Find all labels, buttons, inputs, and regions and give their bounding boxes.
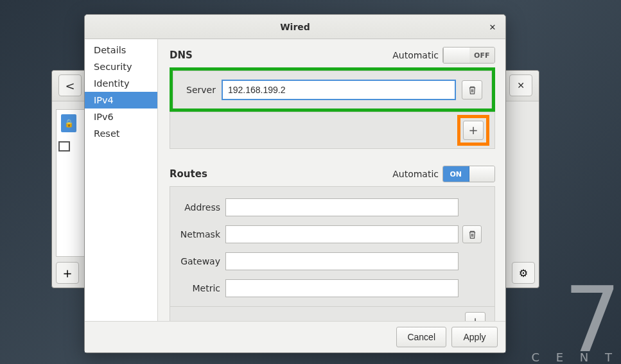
ipv4-panel: DNS Automatic OFF Server: [158, 39, 505, 321]
cancel-button[interactable]: Cancel: [396, 327, 446, 347]
route-metric-input[interactable]: [225, 279, 459, 297]
plus-icon: +: [62, 266, 72, 280]
tutorial-highlight-server: Server: [170, 67, 495, 112]
gear-icon: ⚙: [519, 267, 528, 279]
dns-automatic-label: Automatic: [392, 50, 439, 60]
close-icon: ✕: [517, 80, 525, 91]
dialog-title: Wired: [280, 22, 310, 32]
route-gateway-input[interactable]: [225, 252, 459, 270]
routes-section-header: Routes Automatic ON: [170, 166, 495, 182]
routes-automatic-toggle[interactable]: ON: [442, 166, 495, 182]
brand-text: C E N T: [531, 351, 618, 364]
routes-automatic-label: Automatic: [392, 169, 439, 179]
dns-automatic-toggle[interactable]: OFF: [442, 47, 495, 64]
sidebar-item-label: IPv6: [94, 112, 114, 122]
dns-section-header: DNS Automatic OFF: [170, 47, 495, 64]
apply-button[interactable]: Apply: [451, 327, 498, 347]
trash-icon: [468, 85, 477, 95]
dns-add-bar: +: [170, 112, 495, 149]
route-netmask-label: Netmask: [179, 229, 225, 239]
close-icon: ✕: [489, 22, 496, 32]
route-row-netmask: Netmask: [179, 225, 485, 243]
dns-server-input[interactable]: [222, 80, 455, 100]
sidebar-item-details[interactable]: Details: [85, 42, 157, 58]
toggle-knob: [469, 166, 495, 182]
routes-add-button[interactable]: +: [465, 312, 485, 321]
plus-icon: +: [470, 316, 480, 321]
route-row-metric: Metric: [179, 279, 485, 297]
route-address-input[interactable]: [225, 198, 459, 216]
background-gear-button[interactable]: ⚙: [512, 262, 535, 284]
background-back-button[interactable]: <: [58, 74, 82, 96]
dns-server-delete-button[interactable]: [462, 80, 482, 100]
route-gateway-label: Gateway: [179, 256, 225, 266]
sidebar-item-label: Reset: [94, 128, 120, 139]
background-close-button[interactable]: ✕: [509, 74, 532, 96]
sidebar-item-security[interactable]: Security: [85, 58, 157, 75]
dns-server-label: Server: [182, 85, 216, 95]
dns-heading: DNS: [170, 49, 193, 61]
sidebar-item-reset[interactable]: Reset: [85, 125, 157, 142]
sidebar-item-identity[interactable]: Identity: [85, 75, 157, 92]
tutorial-highlight-add: +: [457, 115, 489, 146]
sidebar-item-label: Identity: [94, 78, 130, 89]
routes-entry-box: Address Netmask: [170, 186, 495, 306]
toggle-on-label: ON: [443, 166, 469, 182]
toggle-off-label: OFF: [469, 48, 495, 63]
route-row-gateway: Gateway: [179, 252, 485, 270]
dns-server-row: Server: [173, 71, 492, 108]
trash-icon: [468, 230, 477, 239]
settings-sidebar: Details Security Identity IPv4 IPv6 Rese…: [85, 39, 158, 321]
plus-icon: +: [468, 125, 478, 136]
route-row-address: Address: [179, 198, 485, 216]
route-delete-button[interactable]: [462, 225, 482, 243]
dialog-footer: Cancel Apply: [85, 321, 505, 352]
dialog-close-button[interactable]: ✕: [485, 19, 500, 35]
background-add-button[interactable]: +: [56, 262, 79, 284]
brand-number: 7: [531, 289, 621, 352]
dialog-body: Details Security Identity IPv4 IPv6 Rese…: [85, 39, 505, 321]
lock-icon: 🔒: [64, 119, 74, 128]
sidebar-item-label: Security: [94, 62, 132, 72]
route-netmask-input[interactable]: [225, 225, 459, 243]
background-lock-badge: 🔒: [61, 114, 76, 132]
dialog-titlebar: Wired ✕: [85, 15, 505, 39]
routes-heading: Routes: [170, 168, 207, 180]
sidebar-item-label: IPv4: [94, 95, 114, 105]
sidebar-item-ipv6[interactable]: IPv6: [85, 108, 157, 125]
dns-add-server-button[interactable]: +: [463, 121, 484, 140]
route-metric-label: Metric: [179, 283, 225, 293]
background-device-icon: [58, 141, 70, 152]
routes-add-bar: +: [170, 306, 495, 321]
route-address-label: Address: [179, 202, 225, 212]
toggle-knob: [443, 48, 469, 63]
sidebar-item-ipv4[interactable]: IPv4: [85, 92, 157, 108]
wired-settings-dialog: Wired ✕ Details Security Identity IPv4 I…: [84, 14, 506, 353]
sidebar-item-label: Details: [94, 45, 126, 55]
desktop-brand: 7 C E N T: [531, 289, 621, 364]
chevron-left-icon: <: [65, 79, 74, 92]
